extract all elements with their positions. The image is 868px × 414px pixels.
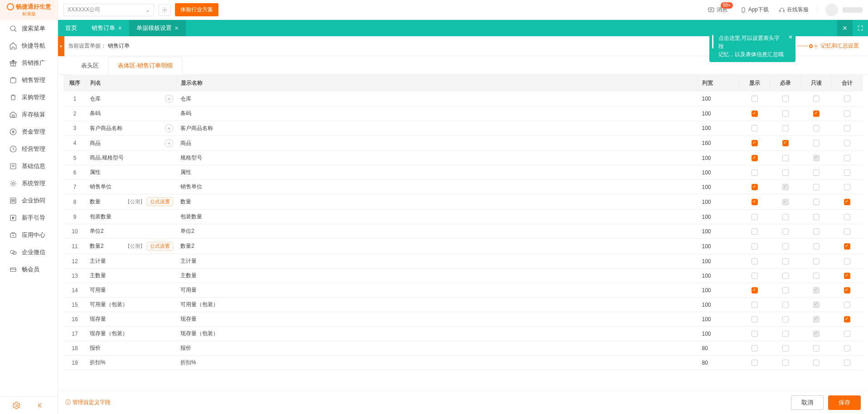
checkbox[interactable] <box>844 258 850 265</box>
checkbox[interactable] <box>752 96 758 102</box>
checkbox[interactable] <box>752 258 758 265</box>
sidebar-item-wechat[interactable]: 企业微信 <box>0 244 58 261</box>
checkbox[interactable] <box>752 302 758 308</box>
tab-首页[interactable]: 首页 <box>58 20 84 36</box>
checkbox[interactable] <box>813 184 820 190</box>
checkbox[interactable] <box>752 331 758 337</box>
manage-custom-fields-link[interactable]: ⓘ 管理自定义字段 <box>65 399 111 406</box>
checkbox[interactable] <box>813 258 820 265</box>
checkbox[interactable] <box>844 199 850 205</box>
memory-summary-link[interactable]: 记忆和汇总设置 <box>813 42 859 50</box>
app-download-link[interactable]: App下载 <box>740 6 769 14</box>
checkbox[interactable] <box>813 228 820 235</box>
checkbox[interactable] <box>752 360 758 366</box>
checkbox[interactable] <box>782 302 789 308</box>
checkbox[interactable] <box>813 111 820 117</box>
checkbox[interactable] <box>782 316 789 323</box>
checkbox[interactable] <box>752 155 758 161</box>
checkbox[interactable] <box>844 111 850 117</box>
checkbox[interactable] <box>813 96 820 102</box>
close-icon[interactable]: ✕ <box>175 25 179 31</box>
checkbox[interactable] <box>782 273 789 279</box>
save-button[interactable]: 保存 <box>828 395 861 410</box>
checkbox[interactable] <box>813 125 820 131</box>
messages-link[interactable]: 消息 99+ <box>708 6 727 14</box>
sidebar-item-purchase[interactable]: 采购管理 <box>0 89 58 106</box>
checkbox[interactable] <box>752 169 758 176</box>
table-wrap[interactable]: 顺序 列名 显示名称 列宽 显示 必录 只读 合计 1仓库＋仓库1002条码条码… <box>58 75 868 390</box>
close-all-tabs[interactable] <box>837 20 853 36</box>
checkbox[interactable] <box>752 125 758 131</box>
checkbox[interactable] <box>782 258 789 265</box>
sidebar-item-sales[interactable]: 销售管理 <box>0 72 58 89</box>
sidebar-item-guide[interactable]: 新手引导 <box>0 209 58 226</box>
checkbox[interactable] <box>813 140 820 146</box>
sidebar-item-search[interactable]: 搜索菜单 <box>0 20 58 37</box>
checkbox[interactable] <box>844 287 850 294</box>
checkbox[interactable] <box>813 214 820 220</box>
checkbox[interactable] <box>844 331 850 337</box>
fullscreen-toggle[interactable] <box>853 20 868 36</box>
settings-icon[interactable] <box>13 401 21 409</box>
cancel-button[interactable]: 取消 <box>791 395 824 410</box>
tab-销售订单[interactable]: 销售订单✕ <box>84 20 129 36</box>
sidebar-item-fund[interactable]: 资金管理 <box>0 123 58 140</box>
checkbox[interactable] <box>844 184 850 190</box>
checkbox[interactable] <box>752 273 758 279</box>
checkbox[interactable] <box>752 111 758 117</box>
service-link[interactable]: 在线客服 <box>779 6 809 14</box>
sidebar-item-coop[interactable]: 企业协同 <box>0 192 58 209</box>
checkbox[interactable] <box>752 316 758 323</box>
checkbox[interactable] <box>752 184 758 190</box>
checkbox[interactable] <box>782 140 789 146</box>
add-icon[interactable]: ＋ <box>165 95 173 103</box>
sidebar-item-gift[interactable]: 营销推广 <box>0 54 58 72</box>
tab-单据模板设置[interactable]: 单据模板设置✕ <box>129 20 186 36</box>
checkbox[interactable] <box>813 345 820 351</box>
checkbox[interactable] <box>844 360 850 366</box>
checkbox[interactable] <box>782 96 789 102</box>
checkbox[interactable] <box>782 345 789 351</box>
checkbox[interactable] <box>844 125 850 131</box>
checkbox[interactable] <box>844 302 850 308</box>
sidebar-item-apps[interactable]: 应用中心 <box>0 226 58 244</box>
checkbox[interactable] <box>844 169 850 176</box>
checkbox[interactable] <box>752 140 758 146</box>
checkbox[interactable] <box>844 214 850 220</box>
checkbox[interactable] <box>844 140 850 146</box>
sidebar-item-stock[interactable]: 库存核算 <box>0 106 58 123</box>
sub-tab[interactable]: 表头区 <box>72 57 108 75</box>
cta-button[interactable]: 体验行业方案 <box>175 3 218 16</box>
sidebar-item-member[interactable]: 畅会员 <box>0 261 58 278</box>
checkbox[interactable] <box>782 214 789 220</box>
checkbox[interactable] <box>782 228 789 235</box>
gear-button[interactable] <box>159 4 170 16</box>
sidebar-item-base[interactable]: 基础信息 <box>0 158 58 175</box>
checkbox[interactable] <box>752 243 758 250</box>
add-icon[interactable]: ＋ <box>165 139 173 147</box>
checkbox[interactable] <box>813 199 820 205</box>
sidebar-item-biz[interactable]: 经营管理 <box>0 140 58 158</box>
checkbox[interactable] <box>752 228 758 235</box>
checkbox[interactable] <box>782 111 789 117</box>
sidebar-item-system[interactable]: 系统管理 <box>0 175 58 192</box>
checkbox[interactable] <box>844 316 850 323</box>
add-icon[interactable]: ＋ <box>165 124 173 132</box>
checkbox[interactable] <box>844 243 850 250</box>
checkbox[interactable] <box>844 96 850 102</box>
checkbox[interactable] <box>813 273 820 279</box>
checkbox[interactable] <box>782 360 789 366</box>
checkbox[interactable] <box>782 243 789 250</box>
checkbox[interactable] <box>782 169 789 176</box>
checkbox[interactable] <box>844 273 850 279</box>
sub-tab[interactable]: 表体区-销售订单明细 <box>108 57 182 75</box>
close-icon[interactable]: ✕ <box>118 25 122 31</box>
checkbox[interactable] <box>782 155 789 161</box>
checkbox[interactable] <box>782 287 789 294</box>
sidebar-item-nav[interactable]: 快捷导航 <box>0 37 58 54</box>
checkbox[interactable] <box>752 214 758 220</box>
formula-link[interactable]: 公式设置 <box>147 242 173 250</box>
checkbox[interactable] <box>813 360 820 366</box>
checkbox[interactable] <box>752 287 758 294</box>
checkbox[interactable] <box>844 345 850 351</box>
